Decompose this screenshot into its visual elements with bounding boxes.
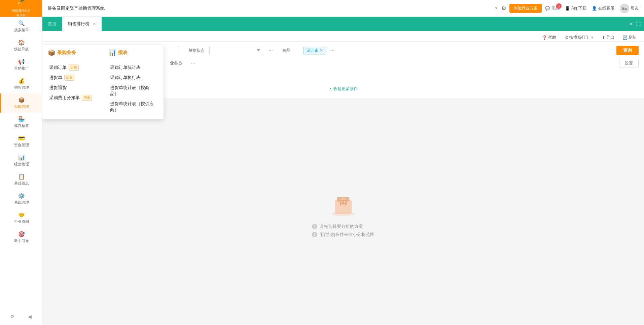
header-settings-icon[interactable]: ⚙: [501, 5, 506, 11]
purchase-col-icon: 📦: [48, 49, 55, 56]
report-col: 📊 报表 采购订单统计表 采购订单执行表 进货单统计表（按商品）: [103, 49, 164, 115]
tab-close-icon[interactable]: ✕: [93, 22, 96, 26]
tab-maximize-icon[interactable]: ⛶: [636, 21, 641, 27]
purchase-col: 📦 采购业务 采购订单 历史 进货单 历史 进货退货: [42, 49, 103, 115]
sidebar-item-sales[interactable]: 💰 销售管理: [0, 74, 42, 93]
inventory-icon: 🏪: [18, 116, 25, 122]
purchase-receipt-history-badge: 历史: [64, 75, 74, 81]
report-col-icon: 📊: [109, 49, 116, 56]
sidebar-item-label: 企业协同: [14, 219, 29, 224]
phone-icon: 📱: [565, 6, 570, 11]
sidebar-item-search[interactable]: 🔍 搜索菜单: [0, 17, 42, 36]
online-service-button[interactable]: 👤 在线客服: [592, 5, 614, 11]
sidebar-item-label: 资金管理: [14, 143, 29, 148]
sidebar-item-inventory[interactable]: 🏪 库存核算: [0, 113, 42, 132]
main-area: 装备及固定资产辅助管理系统 ▼ ⚙ 体验行业方案 💬 消息 5 📱 App下载 …: [42, 0, 644, 325]
sidebar-item-marketing[interactable]: 📢 营销推广: [0, 55, 42, 74]
purchase-expense-history-badge: 历史: [82, 95, 92, 101]
sidebar-item-label: 营销推广: [14, 66, 29, 71]
purchase-receipt-item[interactable]: 进货单 历史: [48, 73, 98, 83]
sidebar-item-system[interactable]: ⚙️ 系统管理: [0, 189, 42, 208]
sidebar-item-label: 系统管理: [14, 200, 29, 205]
marketing-icon: 📢: [18, 58, 25, 65]
purchase-return-item[interactable]: 进货退货: [48, 83, 98, 93]
search-icon: 🔍: [18, 20, 25, 27]
sidebar-item-label: 采购管理: [14, 104, 29, 109]
purchase-order-history-badge: 历史: [69, 65, 79, 71]
sidebar-item-label: 搜索菜单: [14, 28, 29, 33]
sidebar-bottom: ⚙ ◀: [0, 308, 42, 325]
header-right-actions: 💬 消息 5 📱 App下载 👤 在线客服 Ea 用友: [545, 4, 639, 13]
user-name: 用友: [631, 5, 639, 11]
sidebar-item-quick-nav[interactable]: 🏠 快捷导航: [0, 36, 42, 55]
logo-icon: 🍊: [16, 0, 26, 8]
sidebar-item-label: 库存核算: [14, 123, 29, 128]
sidebar-item-enterprise[interactable]: 🤝 企业协同: [0, 208, 42, 228]
purchase-receipt-label: 进货单: [49, 75, 62, 81]
message-icon: 💬: [545, 6, 550, 11]
report-col-header: 📊 报表: [109, 49, 158, 59]
collapse-sidebar-button[interactable]: ◀: [25, 312, 35, 322]
dropdown-columns: 📦 采购业务 采购订单 历史 进货单 历史 进货退货: [42, 49, 164, 115]
purchase-col-header: 📦 采购业务: [48, 49, 98, 59]
system-icon: ⚙️: [18, 193, 25, 199]
messages-badge: 5: [556, 3, 562, 9]
purchase-order-item[interactable]: 采购订单 历史: [48, 63, 98, 73]
report-item-1[interactable]: 采购订单统计表: [109, 63, 158, 73]
app-logo: 🍊 畅捷通好生意 标准版: [0, 0, 42, 17]
tab-home-label: 首页: [48, 21, 57, 27]
finance-icon: 💳: [18, 135, 25, 141]
report-item-4[interactable]: 进货单统计表（按供应商）: [109, 99, 158, 115]
purchase-return-label: 进货退货: [49, 85, 67, 91]
sidebar-item-label: 新手引导: [14, 238, 29, 243]
industry-solution-button[interactable]: 体验行业方案: [509, 4, 542, 13]
dropdown-overlay[interactable]: 📦 采购业务 采购订单 历史 进货单 历史 进货退货: [42, 31, 644, 325]
guide-icon: 🎯: [18, 231, 25, 237]
report-item-3[interactable]: 进货单统计表（按商品）: [109, 83, 158, 99]
report-item-2[interactable]: 采购订单执行表: [109, 73, 158, 83]
tab-bar-right: ✕ ⛶: [626, 21, 644, 27]
purchase-order-label: 采购订单: [49, 65, 67, 71]
tab-sales-ranking[interactable]: 销售排行榜 ✕: [62, 17, 102, 31]
home-icon: 🏠: [18, 39, 25, 46]
tab-bar: 首页 销售排行榜 ✕ ✕ ⛶: [42, 17, 644, 31]
sidebar-item-operations[interactable]: 📊 经营管理: [0, 151, 42, 170]
sidebar-item-label: 快捷导航: [14, 47, 29, 52]
sales-icon: 💰: [18, 78, 25, 84]
report-item-3-label: 进货单统计表（按商品）: [110, 85, 157, 97]
user-avatar: Ea: [620, 4, 629, 13]
purchase-expense-item[interactable]: 采购费用分摊单 历史: [48, 93, 98, 103]
report-item-2-label: 采购订单执行表: [110, 75, 141, 81]
tab-close-window-icon[interactable]: ✕: [629, 21, 633, 27]
logo-line1: 畅捷通好生意: [12, 8, 30, 13]
system-title: 装备及固定资产辅助管理系统: [48, 5, 491, 11]
sidebar-item-guide[interactable]: 🎯 新手引导: [0, 228, 42, 247]
purchase-expense-label: 采购费用分摊单: [49, 95, 80, 101]
operations-icon: 📊: [18, 154, 25, 161]
messages-button[interactable]: 💬 消息 5: [545, 5, 560, 11]
tab-home[interactable]: 首页: [42, 17, 62, 31]
sidebar-item-basic-info[interactable]: 📋 基础信息: [0, 170, 42, 189]
sidebar-item-label: 经营管理: [14, 162, 29, 167]
report-item-4-label: 进货单统计表（按供应商）: [110, 101, 157, 113]
purchase-dropdown-menu: 📦 采购业务 采购订单 历史 进货单 历史 进货退货: [42, 45, 164, 119]
sidebar-item-finance[interactable]: 💳 资金管理: [0, 132, 42, 151]
sidebar-item-label: 基础信息: [14, 181, 29, 186]
sidebar-item-label: 销售管理: [14, 85, 29, 90]
basic-info-icon: 📋: [18, 173, 25, 180]
user-menu[interactable]: Ea 用友: [620, 4, 639, 13]
service-icon: 👤: [592, 6, 597, 11]
sidebar: 🍊 畅捷通好生意 标准版 🔍 搜索菜单 🏠 快捷导航 📢 营销推广 💰 销售管理…: [0, 0, 42, 325]
report-item-1-label: 采购订单统计表: [110, 65, 141, 71]
content-area: ❓ 帮助 🖨 按模板打印 ▼ ⬆ 导出 🔄 刷新 今天: [42, 31, 644, 325]
purchase-col-title: 采购业务: [57, 50, 76, 56]
sidebar-nav: 🔍 搜索菜单 🏠 快捷导航 📢 营销推广 💰 销售管理 📦 采购管理 🏪 库存核…: [0, 17, 42, 308]
sys-title-dropdown-icon[interactable]: ▼: [495, 6, 498, 10]
enterprise-icon: 🤝: [18, 212, 25, 218]
settings-bottom-button[interactable]: ⚙: [7, 312, 17, 322]
tab-sales-ranking-label: 销售排行榜: [68, 21, 90, 27]
sidebar-item-purchase[interactable]: 📦 采购管理: [0, 93, 42, 113]
report-col-title: 报表: [118, 50, 128, 56]
purchase-icon: 📦: [18, 97, 25, 103]
app-download-button[interactable]: 📱 App下载: [565, 5, 586, 11]
